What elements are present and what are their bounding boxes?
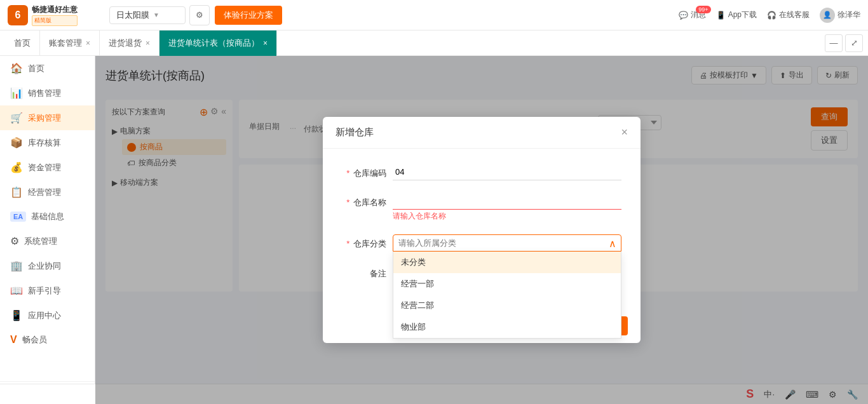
message-icon: 💬 (679, 11, 688, 20)
app-download-item[interactable]: 📱 App下载 (716, 10, 757, 20)
username-label: 徐泽华 (837, 10, 860, 20)
dropdown-option-3[interactable]: 物业部 (393, 316, 621, 338)
modal-close-icon[interactable]: × (621, 126, 628, 139)
logo-icon: 6 (8, 5, 28, 25)
logo-badge: 精简版 (32, 15, 78, 26)
sidebar-item-inventory[interactable]: 📦 库存核算 (0, 130, 95, 155)
sidebar-label-system: 系统管理 (24, 236, 57, 247)
sidebar-item-guide[interactable]: 📖 新手引导 (0, 278, 95, 303)
note-label: 备注 (342, 264, 386, 279)
tab-expand-btn[interactable]: ⤢ (845, 34, 863, 52)
sidebar-label-manage: 经营管理 (28, 187, 61, 198)
trial-button[interactable]: 体验行业方案 (215, 6, 282, 25)
home-tab-label: 首页 (14, 37, 31, 49)
store-dropdown-icon: ▼ (153, 11, 159, 18)
name-error-msg: 请输入仓库名称 (393, 211, 621, 222)
online-service-item[interactable]: 🎧 在线客服 (767, 10, 810, 20)
returns-tab-close[interactable]: × (146, 39, 150, 48)
settings-icon[interactable]: ⚙ (189, 5, 210, 25)
name-input[interactable] (393, 193, 621, 210)
name-input-wrap: 请输入仓库名称 (393, 193, 621, 222)
manage-icon: 📋 (10, 186, 23, 198)
tab-purchase-stats[interactable]: 进货单统计表（按商品） × (159, 30, 277, 56)
store-name: 日太阳膜 (116, 10, 149, 21)
finance-icon: 💰 (10, 161, 23, 173)
sidebar-item-manage[interactable]: 📋 经营管理 (0, 180, 95, 205)
info-icon: EA (10, 212, 26, 222)
tab-home[interactable]: 首页 (5, 30, 40, 56)
sidebar-item-purchase[interactable]: 🛒 采购管理 (0, 105, 95, 130)
category-dropdown-wrap: ∧ 未分类 经营一部 经营二部 物业部 (393, 234, 621, 252)
inventory-icon: 📦 (10, 137, 23, 149)
dropdown-arrow-icon: ∧ (609, 237, 616, 249)
sidebar-item-info[interactable]: EA 基础信息 (0, 205, 95, 229)
code-label: * 仓库编码 (342, 164, 386, 179)
avatar: 👤 (820, 8, 835, 23)
app-icon: 📱 (10, 309, 23, 321)
category-input[interactable] (393, 234, 621, 252)
sidebar-item-system[interactable]: ⚙ 系统管理 (0, 229, 95, 253)
add-warehouse-modal: 新增仓库 × * 仓库编码 (323, 117, 641, 343)
modal-overlay[interactable]: 新增仓库 × * 仓库编码 (95, 56, 868, 404)
dropdown-option-2[interactable]: 经营二部 (393, 295, 621, 316)
store-selector[interactable]: 日太阳膜 ▼ (109, 6, 186, 24)
content-area: 进货单统计(按商品) 🖨 按模板打印 ▼ ⬆ 导出 ↻ 刷新 (95, 56, 868, 404)
sidebar-label-inventory: 库存核算 (28, 137, 61, 149)
name-label: * 仓库名称 (342, 193, 386, 208)
sidebar-item-sales[interactable]: 📊 销售管理 (0, 81, 95, 105)
tab-returns[interactable]: 进货退货 × (100, 30, 159, 56)
message-item[interactable]: 💬 99+ 消息 (679, 10, 706, 20)
purchase-stats-tab-label: 进货单统计表（按商品） (168, 37, 259, 49)
user-item[interactable]: 👤 徐泽华 (820, 8, 860, 23)
sidebar-label-info: 基础信息 (31, 211, 64, 222)
sidebar: 🏠 首页 📊 销售管理 🛒 采购管理 📦 库存核算 💰 资金管理 📋 经营管理 … (0, 56, 95, 404)
category-dropdown-list: 未分类 经营一部 经营二部 物业部 (393, 252, 621, 339)
sidebar-label-purchase: 采购管理 (28, 112, 61, 124)
member-icon: V (10, 334, 17, 346)
code-input[interactable] (393, 164, 621, 180)
code-input-wrap (393, 164, 621, 180)
sidebar-item-app[interactable]: 📱 应用中心 (0, 303, 95, 328)
guide-icon: 📖 (10, 285, 23, 297)
online-service-label: 在线客服 (779, 10, 810, 20)
purchase-icon: 🛒 (10, 112, 23, 124)
accounts-tab-close[interactable]: × (86, 39, 90, 48)
sales-icon: 📊 (10, 87, 23, 99)
header-right: 💬 99+ 消息 📱 App下载 🎧 在线客服 👤 徐泽华 (679, 8, 860, 23)
sidebar-label-app: 应用中心 (28, 310, 61, 321)
app-download-label: App下载 (728, 10, 757, 20)
sidebar-item-member[interactable]: V 畅会员 (0, 328, 95, 352)
tab-minimize-btn[interactable]: — (825, 34, 843, 52)
logo-title: 畅捷通好生意 (32, 4, 78, 15)
sidebar-item-enterprise[interactable]: 🏢 企业协同 (0, 253, 95, 278)
tab-bar: 首页 账套管理 × 进货退货 × 进货单统计表（按商品） × — ⤢ (0, 30, 868, 56)
main-layout: 🏠 首页 📊 销售管理 🛒 采购管理 📦 库存核算 💰 资金管理 📋 经营管理 … (0, 56, 868, 404)
top-header: 6 畅捷通好生意 精简版 日太阳膜 ▼ ⚙ 体验行业方案 💬 99+ 消息 📱 … (0, 0, 868, 30)
sidebar-item-finance[interactable]: 💰 资金管理 (0, 155, 95, 180)
modal-body: * 仓库编码 * 仓库名称 (323, 149, 641, 309)
sidebar-label-finance: 资金管理 (28, 162, 61, 173)
purchase-stats-tab-close[interactable]: × (263, 39, 268, 48)
modal-title: 新增仓库 (336, 126, 374, 138)
category-form-row: * 仓库分类 ∧ 未分类 经营一部 经营二部 物业部 (342, 234, 621, 252)
dropdown-option-1[interactable]: 经营一部 (393, 273, 621, 295)
sidebar-item-home[interactable]: 🏠 首页 (0, 56, 95, 81)
sidebar-label-guide: 新手引导 (28, 285, 61, 297)
dropdown-option-0[interactable]: 未分类 (393, 252, 621, 273)
modal-header: 新增仓库 × (323, 117, 641, 149)
logo-text-block: 畅捷通好生意 精简版 (32, 4, 78, 26)
returns-tab-label: 进货退货 (109, 37, 142, 49)
home-icon: 🏠 (10, 62, 23, 74)
enterprise-icon: 🏢 (10, 260, 23, 272)
sidebar-label-home: 首页 (28, 63, 44, 74)
sidebar-label-enterprise: 企业协同 (28, 260, 61, 272)
tab-accounts[interactable]: 账套管理 × (40, 30, 100, 56)
headset-icon: 🎧 (767, 11, 776, 20)
tab-end-btns: — ⤢ (825, 34, 863, 52)
logo-area: 6 畅捷通好生意 精简版 (8, 4, 103, 26)
code-form-row: * 仓库编码 (342, 164, 621, 180)
sidebar-label-member: 畅会员 (22, 334, 47, 346)
accounts-tab-label: 账套管理 (49, 37, 82, 49)
category-label: * 仓库分类 (342, 234, 386, 250)
sidebar-label-sales: 销售管理 (28, 88, 61, 99)
